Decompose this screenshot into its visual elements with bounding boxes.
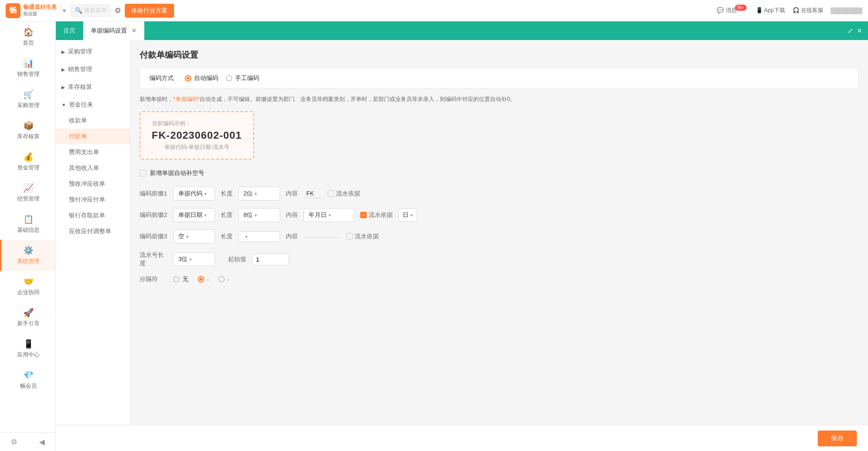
tab-encoding[interactable]: 单据编码设置 ✕ [83, 21, 144, 40]
sub-group-sales-title[interactable]: ▶ 销售管理 [56, 61, 130, 77]
sidebar-item-system[interactable]: ⚙️ 系统管理 [0, 240, 55, 271]
sub-group-purchase-title[interactable]: ▶ 采购管理 [56, 44, 130, 60]
settings-icon[interactable]: ⚙ [11, 438, 17, 446]
home-icon: 🏠 [23, 27, 34, 37]
sidebar-item-inventory[interactable]: 📦 库存核算 [0, 115, 55, 146]
sidebar-item-member[interactable]: 💎 畅会员 [0, 364, 55, 396]
content2-arrow: ▾ [329, 213, 331, 218]
content1-label: 内容 [286, 189, 298, 198]
serial-length-row: 流水号长度 3位 ▾ 起始值 [140, 251, 859, 268]
sidebar-label-apps: 应用中心 [17, 351, 40, 359]
sub-item-advance-receive[interactable]: 预收冲应收单 [56, 176, 130, 192]
inventory-icon: 📦 [23, 121, 34, 131]
preview-label: 当前编码示例： [152, 120, 242, 128]
prefix3-label: 编码前缀3 [140, 232, 168, 241]
prefix3-select[interactable]: 空 ▾ [173, 229, 215, 243]
serial2-label: ✓ 流水依据 [360, 211, 393, 219]
service-link[interactable]: 🎧 在线客服 [793, 7, 823, 14]
sidebar-item-enterprise[interactable]: 🤝 企业协同 [0, 271, 55, 302]
prefix1-label: 编码前缀1 [140, 189, 168, 198]
length1-value: 2位 [243, 189, 253, 198]
content2-select[interactable]: 年月日 ▾ [303, 208, 355, 222]
sub-group-inventory-label: 库存核算 [68, 83, 92, 91]
sidebar-item-base[interactable]: 📋 基础信息 [0, 209, 55, 240]
sub-group-finance: ▼ 资金往来 收款单 付款单 费用支出单 其他收入单 预收冲应收单 预付冲应付单… [56, 97, 130, 239]
prefix2-select[interactable]: 单据日期 ▾ [173, 208, 215, 222]
radio-manual[interactable]: 手工编码 [226, 74, 259, 82]
serial2-checkbox[interactable]: ✓ [360, 212, 367, 218]
length1-arrow: ▾ [255, 191, 257, 196]
sub-group-purchase-label: 采购管理 [68, 47, 92, 56]
length2-select[interactable]: 8位 ▾ [238, 208, 280, 222]
logo-icon: 畅 [6, 3, 20, 18]
encoding-method-box: 编码方式 自动编码 手工编码 [140, 68, 859, 88]
top-bar-right: 💬 消息99+ 📱 App下载 🎧 在线客服 ████████ [717, 7, 862, 14]
sub-group-inventory: ▶ 库存核算 [56, 79, 130, 95]
length1-select[interactable]: 2位 ▾ [238, 187, 280, 201]
form-row-prefix3: 编码前缀3 空 ▾ 长度 ▾ 内容 流水依据 [140, 229, 859, 243]
serial1-text: 流水依据 [336, 189, 360, 198]
sub-group-sales-label: 销售管理 [68, 65, 92, 74]
sep-dot2[interactable]: · [218, 276, 229, 283]
sub-group-finance-label: 资金往来 [69, 101, 93, 109]
sidebar-item-guide[interactable]: 🚀 新手引导 [0, 302, 55, 333]
sub-group-finance-title[interactable]: ▼ 资金往来 [56, 97, 130, 113]
save-button[interactable]: 保存 [818, 431, 857, 446]
form-row-prefix1: 编码前缀1 单据代码 ▾ 长度 2位 ▾ 内容 FK 流水依据 [140, 187, 859, 201]
preview-box: 当前编码示例： FK-20230602-001 单据代码-单据日期-流水号 [140, 111, 254, 160]
sub-item-payment[interactable]: 付款单 [56, 128, 130, 144]
auto-fill-checkbox[interactable] [140, 170, 146, 176]
member-icon: 💎 [23, 370, 34, 380]
content: 付款单编码设置 编码方式 自动编码 手工编码 新增单据时，*单据编码*自动生成，… [130, 40, 868, 451]
length1-label: 长度 [221, 189, 233, 198]
top-bar-center: ▼ 🔍 搜索菜单 ⚙ 体验行业方案 [61, 4, 717, 18]
base-icon: 📋 [23, 214, 34, 224]
message-link[interactable]: 💬 消息99+ [717, 7, 748, 14]
sub-item-receipt[interactable]: 收款单 [56, 113, 130, 128]
serial1-checkbox[interactable] [328, 190, 334, 197]
download-link[interactable]: 📱 App下载 [756, 7, 785, 14]
collapse-icon[interactable]: ◀ [39, 438, 45, 446]
user-avatar[interactable]: ████████ [831, 7, 862, 14]
sidebar-item-finance[interactable]: 💰 资金管理 [0, 146, 55, 177]
sub-group-inventory-title[interactable]: ▶ 库存核算 [56, 79, 130, 95]
radio-auto[interactable]: 自动编码 [185, 74, 218, 82]
sidebar-item-sales[interactable]: 📊 销售管理 [0, 53, 55, 84]
sidebar-item-management[interactable]: 📈 经营管理 [0, 177, 55, 209]
start-value-input[interactable] [252, 254, 289, 265]
tab-home[interactable]: 首页 [56, 21, 83, 40]
message-badge: 99+ [735, 5, 747, 11]
prefix2-arrow: ▾ [204, 213, 207, 218]
sep-none[interactable]: 无 [173, 275, 188, 283]
gear-icon[interactable]: ⚙ [114, 6, 121, 15]
serial3-checkbox[interactable] [346, 233, 353, 240]
separator-label: 分隔符 [140, 275, 168, 283]
nav-arrow[interactable]: ▼ [61, 7, 67, 14]
sidebar-label-finance: 资金管理 [17, 164, 40, 172]
apps-icon: 📱 [23, 339, 34, 349]
length3-label: 长度 [221, 232, 233, 241]
sidebar-label-inventory: 库存核算 [17, 133, 40, 141]
top-bar: 畅 畅通道好生意 拓业版 ▼ 🔍 搜索菜单 ⚙ 体验行业方案 💬 消息99+ 📱… [0, 0, 868, 21]
sidebar-item-purchase[interactable]: 🛒 采购管理 [0, 84, 55, 115]
prefix1-select[interactable]: 单据代码 ▾ [173, 187, 215, 201]
solution-button[interactable]: 体验行业方案 [125, 4, 174, 18]
serial-length-select[interactable]: 3位 ▾ [173, 252, 215, 266]
tab-expand-icon[interactable]: ⤢ [848, 27, 853, 34]
sub-item-other-income[interactable]: 其他收入单 [56, 160, 130, 176]
auto-code-label: 自动编码 [194, 74, 218, 82]
sub-item-expense[interactable]: 费用支出单 [56, 144, 130, 160]
sub-item-bank[interactable]: 银行存取款单 [56, 208, 130, 223]
content2-value: 年月日 [309, 211, 327, 219]
bottom-bar: 保存 [56, 425, 868, 451]
length3-select[interactable]: ▾ [238, 231, 280, 242]
tab-close-all-icon[interactable]: ✕ [857, 27, 862, 34]
sidebar-item-home[interactable]: 🏠 首页 [0, 21, 55, 53]
sub-item-adjust[interactable]: 应收应付调整单 [56, 223, 130, 239]
sub-item-advance-pay[interactable]: 预付冲应付单 [56, 192, 130, 208]
sidebar-item-apps[interactable]: 📱 应用中心 [0, 333, 55, 364]
sep-dot1[interactable]: · [198, 276, 209, 283]
tab-close-icon[interactable]: ✕ [132, 27, 136, 34]
sidebar: 🏠 首页 📊 销售管理 🛒 采购管理 📦 库存核算 💰 资金管理 📈 经营管理 … [0, 21, 56, 451]
day-select[interactable]: 日 ▾ [398, 209, 417, 222]
